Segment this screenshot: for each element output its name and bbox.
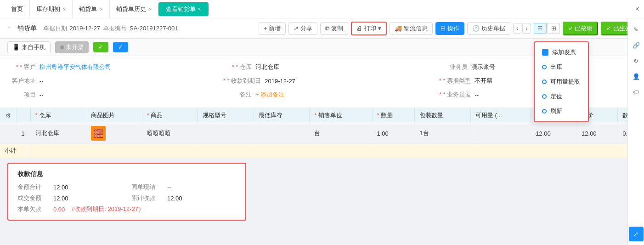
- tab-sales-close[interactable]: ×: [100, 6, 102, 12]
- doc-icon: ↑: [7, 24, 11, 32]
- staff2-value: --: [475, 91, 479, 98]
- row-quantity: 1.00: [372, 123, 415, 144]
- staff-label: 业务员: [439, 63, 471, 71]
- effective-checkmark-icon: ✓: [606, 25, 611, 32]
- new-button[interactable]: + 新增: [259, 22, 286, 35]
- customer-value[interactable]: 柳州粤港平安气体有限公司: [40, 63, 111, 71]
- row-product: 嘻嘻嘻嘻: [142, 123, 198, 144]
- payment-date-value: 2019-12-27: [265, 78, 295, 85]
- due-label: 本单欠款: [17, 205, 50, 213]
- copy-button[interactable]: ⧉ 复制: [320, 22, 348, 35]
- print-button[interactable]: 🖨 打印 ▾: [351, 22, 387, 35]
- tab-view-sales-close[interactable]: ×: [198, 6, 201, 12]
- outbound-item[interactable]: 出库: [535, 60, 588, 74]
- ticket-type-value: 不开票: [475, 77, 492, 85]
- col-pack-qty: 包装数量: [415, 108, 471, 123]
- settlement-item: 同单现结 --: [131, 183, 236, 191]
- due-value: 0.00: [53, 206, 65, 213]
- edit-btn[interactable]: ✎: [629, 22, 644, 37]
- not-open-button[interactable]: 未开票: [55, 41, 89, 53]
- nav-arrows: ‹ ›: [513, 23, 531, 34]
- from-phone-button[interactable]: 📱 来自手机: [7, 41, 51, 53]
- logistics-button[interactable]: 🚚 物流信息: [390, 22, 433, 35]
- operations-icon: ⊞: [441, 25, 446, 32]
- history-button[interactable]: 🕐 历史单据: [467, 22, 510, 35]
- tab-sales-history[interactable]: 销货单历史 ×: [110, 0, 158, 18]
- due-note: （收款到期日: 2019-12-27）: [68, 205, 144, 213]
- prev-button[interactable]: ‹: [513, 23, 521, 34]
- check2-button[interactable]: ✓: [113, 42, 128, 52]
- add-invoice-item[interactable]: 添加发票: [535, 45, 588, 60]
- operations-button[interactable]: ⊞ 操作: [435, 22, 464, 35]
- tab-home[interactable]: 首页: [5, 0, 30, 18]
- row-num: 1: [17, 123, 30, 144]
- tab-sales[interactable]: 销货单 ×: [73, 0, 109, 18]
- transaction-item: 成交金额 12.00: [17, 194, 122, 202]
- total-amount-value: 12.00: [53, 184, 68, 191]
- link-btn[interactable]: 🔗: [629, 38, 644, 52]
- toolbar: ↑ 销货单 单据日期 2019-12-27 单据编号 SA-20191227-0…: [0, 18, 644, 39]
- col-gear[interactable]: ⚙: [0, 108, 17, 123]
- col-min-stock: 最低库存: [254, 108, 310, 123]
- row-gear[interactable]: [0, 123, 17, 144]
- position-item[interactable]: 定位: [535, 89, 588, 104]
- refresh-item[interactable]: 刷新: [535, 104, 588, 119]
- row-available: [470, 123, 531, 144]
- col-num: [17, 108, 30, 123]
- check1-button[interactable]: ✓: [93, 42, 108, 52]
- doc-meta: 单据日期 2019-12-27 单据编号 SA-20191227-001: [43, 24, 178, 33]
- tag-btn[interactable]: 🏷: [629, 85, 644, 99]
- date-label: 单据日期: [43, 24, 67, 33]
- subtotal-values: [30, 144, 644, 158]
- number-label: 单据编号: [103, 24, 127, 33]
- row-unit: 台: [310, 123, 372, 144]
- available-qty-label: 可用量提取: [550, 78, 580, 86]
- tab-view-sales-btn[interactable]: 查看销货单 ×: [158, 2, 209, 16]
- copy-icon: ⧉: [325, 25, 329, 32]
- col-unit: * 销售单位: [310, 108, 372, 123]
- from-phone-label: 来自手机: [22, 43, 45, 51]
- cumulative-label: 累计收款: [131, 194, 164, 202]
- next-button[interactable]: ›: [522, 23, 531, 34]
- project-field: 项目 --: [7, 91, 205, 99]
- toolbar-left: ↑ 销货单 单据日期 2019-12-27 单据编号 SA-20191227-0…: [7, 24, 178, 33]
- note-add-link[interactable]: + 添加备注: [255, 91, 284, 99]
- total-amount-label: 金额合计: [17, 183, 50, 191]
- staff2-label: * 业务员盂: [439, 91, 475, 99]
- subtotal-label: 小计: [0, 144, 30, 158]
- payment-date-label: * 收款到期日: [223, 77, 265, 85]
- grid-view-btn[interactable]: ⊞: [548, 23, 560, 34]
- col-warehouse: * 仓库: [30, 108, 86, 123]
- doc-label: 销货单: [17, 24, 37, 33]
- position-label: 定位: [550, 92, 562, 101]
- sold-badge: ✓ 已核销: [563, 22, 599, 35]
- tab-sales-label: 销货单: [79, 5, 97, 13]
- tab-inventory-close[interactable]: ×: [63, 6, 66, 12]
- transaction-value: 12.00: [53, 195, 68, 202]
- list-view-btn[interactable]: ☰: [534, 23, 547, 34]
- tab-sales-history-close[interactable]: ×: [149, 6, 152, 12]
- settlement-label: 同单现结: [131, 183, 164, 191]
- history-button-label: 历史单据: [481, 24, 505, 33]
- refresh-label: 刷新: [550, 107, 562, 115]
- available-qty-item[interactable]: 可用量提取: [535, 74, 588, 89]
- logistics-button-label: 物流信息: [404, 24, 428, 33]
- customer-address-field: 客户地址 --: [7, 77, 205, 85]
- expand-btn[interactable]: ⤢: [629, 227, 644, 241]
- right-sidebar: ✎ 🔗 ↻ 👤 🏷 ⤢: [627, 18, 644, 245]
- customer-field: * 客户 柳州粤港平安气体有限公司: [7, 63, 205, 71]
- customer-address-label: 客户地址: [7, 77, 40, 85]
- row-spec: [198, 123, 254, 144]
- tab-inventory[interactable]: 库存期初 ×: [30, 0, 73, 18]
- sold-label: 已核销: [575, 25, 593, 32]
- share-button-label: 分享: [300, 24, 312, 33]
- phone-icon: 📱: [12, 44, 20, 51]
- share-button[interactable]: ↗ 分享: [288, 22, 317, 35]
- payment-info-box: 收款信息 金额合计 12.00 同单现结 -- 成交金额 12.00 累计收款 …: [7, 163, 246, 221]
- user-btn[interactable]: 👤: [629, 69, 644, 84]
- tab-bar-close-btn[interactable]: ×: [635, 5, 639, 13]
- row-unit-price: 12.00: [577, 123, 618, 144]
- transaction-label: 成交金额: [17, 194, 50, 202]
- refresh-icon: [542, 109, 547, 114]
- rotate-btn[interactable]: ↻: [629, 53, 644, 68]
